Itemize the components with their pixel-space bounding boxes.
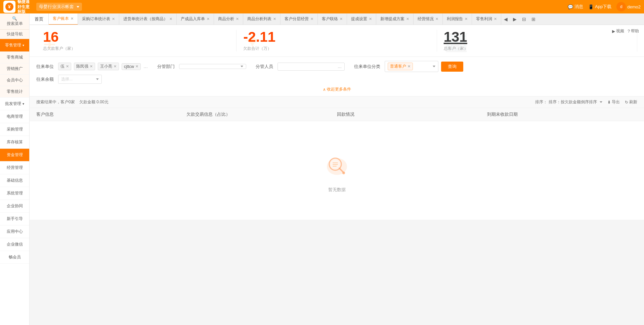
tab-close-goods[interactable]: ✕: [169, 17, 172, 21]
store-dropdown-icon: [77, 6, 79, 8]
tab-product-inbound[interactable]: 产成品入库单 ✕: [177, 13, 214, 25]
sidebar-sub-retail: 零售商城 营销推广 会员中心 零售统计: [0, 52, 29, 98]
user-avatar[interactable]: d demo2: [616, 2, 641, 11]
stat-total-debtors: ¥ 16 总欠款客户（家）: [36, 30, 237, 51]
tab-close-business[interactable]: ✕: [435, 17, 438, 21]
filter-select-balance[interactable]: 选择...: [58, 75, 102, 84]
sidebar-item-finance[interactable]: 资金管理: [0, 149, 29, 161]
sidebar-item-retail-stats[interactable]: 零售统计: [0, 86, 29, 98]
tab-nav-next[interactable]: ▶: [510, 13, 519, 25]
tab-close-profit[interactable]: ✕: [465, 17, 468, 21]
sidebar-item-wholesale[interactable]: 批发管理 ▾: [0, 98, 29, 110]
tab-close-commission[interactable]: ✕: [369, 17, 372, 21]
filter-tag-category-close[interactable]: ✕: [407, 64, 411, 69]
tab-customer-segmentation[interactable]: 客户分层经营 ✕: [281, 13, 318, 25]
avatar: d: [616, 2, 626, 11]
sidebar-item-member-center[interactable]: 会员中心: [0, 75, 29, 86]
tab-customer-account[interactable]: 客户账本 ✕: [49, 13, 78, 25]
tab-retail-profit[interactable]: 零售利润 ✕: [472, 13, 501, 25]
refresh-btn[interactable]: ↻ 刷新: [625, 99, 637, 105]
help-icon: ?: [628, 29, 630, 34]
video-link[interactable]: ▶ 视频: [612, 28, 624, 34]
stat-total-arrears: ✦ -2.11 欠款合计（万）: [237, 30, 437, 51]
filter-tag-wang: 王小亮 ✕: [98, 63, 119, 70]
filter-area: 往来单位 伍 ✕ 陈民强 ✕ 王小亮 ✕: [30, 57, 644, 97]
tab-close-customer-account[interactable]: ✕: [71, 16, 74, 21]
sidebar-item-inventory[interactable]: 库存核算: [0, 136, 29, 149]
video-icon: ▶: [612, 29, 615, 34]
sidebar-item-ecommerce[interactable]: 电商管理: [0, 110, 29, 123]
sidebar-item-operations[interactable]: 经营管理: [0, 161, 29, 174]
store-selector[interactable]: 母婴行业演示帐套: [36, 3, 82, 11]
query-button[interactable]: 查询: [441, 62, 463, 72]
main-area: 🔍 搜索菜单 快捷导航 零售管理 ▾ 零售商城 营销推广 会员中心: [0, 13, 644, 325]
tab-nav-prev[interactable]: ◀: [501, 13, 510, 25]
sidebar-item-newbie-guide[interactable]: 新手引导: [0, 213, 29, 225]
result-summary: 搜索结果中，客户0家 欠款金额 0.00元: [36, 99, 109, 105]
app-download-btn[interactable]: 📱 App下载: [588, 4, 611, 10]
logo-area: ¥ 畅捷通好生意 标版: [3, 0, 33, 14]
sidebar-quick-nav[interactable]: 快捷导航: [0, 30, 29, 39]
sort-dropdown-icon: [600, 101, 602, 103]
sidebar-item-enterprise-collab[interactable]: 企业协同: [0, 200, 29, 213]
tab-profit-report[interactable]: 利润报告 ✕: [443, 13, 472, 25]
filter-select-dept[interactable]: [179, 64, 246, 69]
filter-tag-cjttcw-close[interactable]: ✕: [135, 64, 138, 69]
filter-select-category[interactable]: 普通客户 ✕: [385, 61, 438, 72]
tab-customer-contact[interactable]: 客户联络 ✕: [318, 13, 347, 25]
store-name: 母婴行业演示帐套: [39, 4, 74, 10]
sidebar-search[interactable]: 🔍 搜索菜单: [0, 13, 29, 30]
filter-tag-chen-close[interactable]: ✕: [90, 64, 93, 69]
filter-label-unit: 往来单位: [36, 64, 54, 70]
filter-tag-wu-close[interactable]: ✕: [66, 64, 69, 69]
tab-close-analysis-list[interactable]: ✕: [273, 17, 276, 21]
tab-product-analysis-list[interactable]: 商品分析列表 ✕: [243, 13, 281, 25]
dept-dropdown-icon: [241, 66, 243, 67]
tab-minimize[interactable]: ⊟: [519, 13, 529, 25]
messages-btn[interactable]: 💬 消息: [568, 4, 583, 10]
sidebar-item-chang-member[interactable]: 畅会员: [0, 251, 29, 264]
sort-selector[interactable]: 排序： 排序：按欠款金额倒序排序: [535, 99, 602, 105]
search-icon: 🔍: [12, 16, 17, 21]
filter-label-balance: 往来余额: [36, 76, 54, 82]
stat-bg-icon-3: 🏢: [444, 29, 469, 53]
col-header-customer-info: 客户信息: [36, 111, 186, 117]
sidebar-item-system[interactable]: 系统管理: [0, 187, 29, 200]
tab-close-analysis[interactable]: ✕: [236, 17, 239, 21]
filter-tag-wang-close[interactable]: ✕: [114, 64, 117, 69]
filter-more-btn[interactable]: …: [143, 64, 148, 69]
result-bar: 搜索结果中，客户0家 欠款金额 0.00元 排序： 排序：按欠款金额倒序排序 ⬇: [30, 97, 644, 108]
top-bar: ¥ 畅捷通好生意 标版 母婴行业演示帐套 💬 消息 📱 App下载: [0, 0, 644, 13]
filter-select-person[interactable]: …: [277, 63, 345, 71]
sidebar-item-retail-mall[interactable]: 零售商城: [0, 52, 29, 63]
tab-home[interactable]: 首页: [30, 13, 49, 25]
export-icon: ⬇: [607, 100, 611, 105]
sidebar-item-purchase[interactable]: 采购管理: [0, 123, 29, 136]
sidebar-item-retail-mgmt[interactable]: 零售管理 ▾: [0, 39, 29, 52]
empty-text: 暂无数据: [328, 187, 346, 193]
tab-business-situation[interactable]: 经营情况 ✕: [414, 13, 443, 25]
tab-close-segmentation[interactable]: ✕: [310, 17, 313, 21]
help-link[interactable]: ? 帮助: [628, 28, 639, 34]
export-btn[interactable]: ⬇ 导出: [607, 99, 620, 105]
tab-close-retail[interactable]: ✕: [494, 17, 497, 21]
category-dropdown-icon: [433, 66, 435, 67]
tab-close-new-commission[interactable]: ✕: [406, 17, 409, 21]
tab-maximize[interactable]: ⊞: [529, 13, 538, 25]
stat-total-customers: 🏢 131 总客户（家）: [437, 30, 637, 51]
tab-new-commission[interactable]: 新增提成方案 ✕: [376, 13, 414, 25]
tab-close-purchase[interactable]: ✕: [112, 17, 115, 21]
tab-product-analysis[interactable]: 商品分析 ✕: [214, 13, 243, 25]
tab-purchase-order-stats[interactable]: 采购订单统计表 ✕: [78, 13, 119, 25]
sidebar-item-app-center[interactable]: 应用中心: [0, 225, 29, 238]
tab-close-contact[interactable]: ✕: [340, 17, 343, 21]
tab-commission-settings[interactable]: 提成设置 ✕: [347, 13, 376, 25]
collapse-btn[interactable]: ∧ 收起更多条件: [36, 86, 637, 92]
tab-close-inbound[interactable]: ✕: [207, 17, 210, 21]
sidebar-item-enterprise-wechat[interactable]: 企业微信: [0, 238, 29, 251]
message-icon: 💬: [568, 4, 573, 9]
page-content: ¥ 16 总欠款客户（家） ✦ -2.11 欠款合计（万） 🏢 131: [30, 25, 644, 325]
sidebar-item-basic-info[interactable]: 基础信息: [0, 174, 29, 187]
tab-purchase-goods-stats[interactable]: 进货单统计表（按商品） ✕: [119, 13, 177, 25]
sidebar-item-marketing[interactable]: 营销推广: [0, 63, 29, 75]
